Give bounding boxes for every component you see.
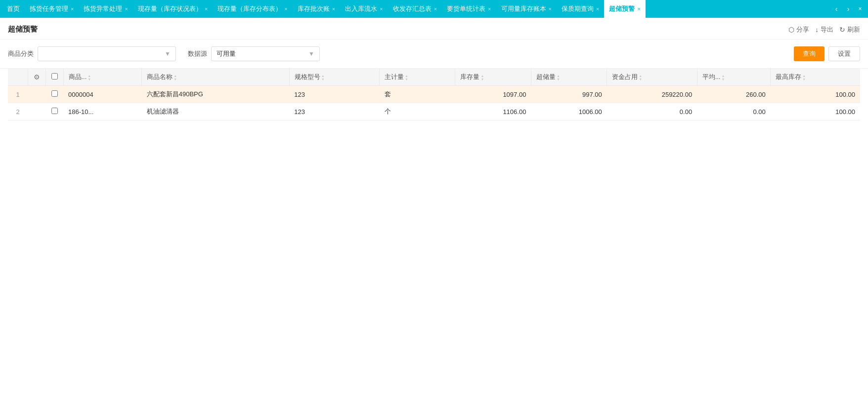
cell-max_stock: 100.00: [771, 86, 860, 103]
header-actions: ⬡ 分享 ↓ 导出 ↻ 刷新: [788, 25, 860, 34]
nav-item-8[interactable]: 要货单统计表×: [442, 0, 496, 18]
export-icon: ↓: [815, 26, 819, 34]
nav-item-3[interactable]: 现存量（库存状况表）×: [133, 0, 213, 18]
cell-checkbox[interactable]: [45, 103, 63, 120]
cell-avg: 0.00: [697, 103, 771, 120]
settings-button[interactable]: 设置: [828, 46, 860, 61]
row-checkbox[interactable]: [51, 90, 58, 97]
table-header: ⚙商品...▲▼商品名称▲▼规格型号▲▼主计量▲▼库存量▲▼超储量▲▼资金占用▲…: [8, 69, 860, 86]
col-rownum: [8, 69, 28, 86]
cell-product_name: 六配套新昌490BPG: [142, 86, 290, 103]
cell-overflow: 1006.00: [531, 103, 607, 120]
col-product_name[interactable]: 商品名称▲▼: [142, 69, 290, 86]
nav-close-icon-9[interactable]: ×: [549, 6, 552, 12]
cell-gear: [28, 86, 45, 103]
datasource-chevron-icon: ▼: [308, 50, 314, 57]
nav-close-icon-8[interactable]: ×: [488, 6, 491, 12]
table-body: 10000004六配套新昌490BPG123套1097.00997.002592…: [8, 86, 860, 120]
cell-product_name: 机油滤清器: [142, 103, 290, 120]
refresh-icon: ↻: [839, 26, 845, 34]
nav-close-icon-11[interactable]: ×: [637, 6, 640, 12]
col-capital[interactable]: 资金占用▲▼: [607, 69, 697, 86]
share-icon: ⬡: [788, 26, 794, 34]
top-navigation: 首页拣货任务管理×拣货异常处理×现存量（库存状况表）×现存量（库存分布表）×库存…: [0, 0, 868, 18]
page-header: 超储预警 ⬡ 分享 ↓ 导出 ↻ 刷新: [0, 18, 868, 40]
nav-item-11[interactable]: 超储预警×: [604, 0, 645, 18]
nav-more-arrow[interactable]: ×: [854, 0, 866, 18]
cell-stock: 1106.00: [455, 103, 531, 120]
datasource-label: 数据源: [188, 49, 207, 58]
table-row: 10000004六配套新昌490BPG123套1097.00997.002592…: [8, 86, 860, 103]
cell-product_code: 0000004: [63, 86, 142, 103]
table-container: ⚙商品...▲▼商品名称▲▼规格型号▲▼主计量▲▼库存量▲▼超储量▲▼资金占用▲…: [0, 69, 868, 120]
share-button[interactable]: ⬡ 分享: [788, 25, 809, 34]
nav-close-icon-3[interactable]: ×: [205, 6, 208, 12]
cell-spec: 123: [289, 86, 379, 103]
nav-item-9[interactable]: 可用量库存账本×: [496, 0, 557, 18]
cell-rownum: 1: [8, 86, 28, 103]
col-gear[interactable]: ⚙: [28, 69, 45, 86]
nav-next-arrow[interactable]: ›: [842, 0, 854, 18]
cell-spec: 123: [289, 103, 379, 120]
refresh-button[interactable]: ↻ 刷新: [839, 25, 860, 34]
nav-item-0[interactable]: 首页: [2, 0, 25, 18]
cell-checkbox[interactable]: [45, 86, 63, 103]
col-checkbox[interactable]: [45, 69, 63, 86]
nav-close-icon-6[interactable]: ×: [380, 6, 383, 12]
cell-product_code: 186-10...: [63, 103, 142, 120]
page-container: 超储预警 ⬡ 分享 ↓ 导出 ↻ 刷新 商品分类 ▼ 数据源: [0, 18, 868, 395]
nav-prev-arrow[interactable]: ‹: [830, 0, 842, 18]
nav-close-icon-4[interactable]: ×: [284, 6, 287, 12]
category-label: 商品分类: [8, 49, 34, 58]
nav-close-icon-7[interactable]: ×: [434, 6, 437, 12]
table-row: 2186-10...机油滤清器123个1106.001006.000.000.0…: [8, 103, 860, 120]
cell-gear: [28, 103, 45, 120]
cell-capital: 0.00: [607, 103, 697, 120]
page-title: 超储预警: [8, 25, 38, 34]
nav-item-6[interactable]: 出入库流水×: [340, 0, 388, 18]
nav-close-icon-1[interactable]: ×: [71, 6, 74, 12]
cell-stock: 1097.00: [455, 86, 531, 103]
col-spec[interactable]: 规格型号▲▼: [289, 69, 379, 86]
col-overflow[interactable]: 超储量▲▼: [531, 69, 607, 86]
col-unit[interactable]: 主计量▲▼: [380, 69, 455, 86]
col-max_stock[interactable]: 最高库存▲▼: [771, 69, 860, 86]
cell-max_stock: 100.00: [771, 103, 860, 120]
nav-item-10[interactable]: 保质期查询×: [557, 0, 604, 18]
cell-unit: 套: [380, 86, 455, 103]
cell-overflow: 997.00: [531, 86, 607, 103]
category-filter: 商品分类 ▼: [8, 46, 176, 61]
select-all-checkbox[interactable]: [51, 73, 58, 79]
nav-close-icon-5[interactable]: ×: [332, 6, 335, 12]
query-button[interactable]: 查询: [794, 46, 825, 61]
nav-item-2[interactable]: 拣货异常处理×: [79, 0, 132, 18]
nav-item-7[interactable]: 收发存汇总表×: [388, 0, 442, 18]
datasource-select[interactable]: 可用量 ▼: [211, 46, 320, 61]
filter-bar: 商品分类 ▼ 数据源 可用量 ▼ 查询 设置: [0, 40, 868, 69]
export-button[interactable]: ↓ 导出: [815, 25, 833, 34]
cell-avg: 260.00: [697, 86, 771, 103]
datasource-filter: 数据源 可用量 ▼: [188, 46, 320, 61]
column-settings-icon[interactable]: ⚙: [34, 73, 40, 81]
cell-capital: 259220.00: [607, 86, 697, 103]
row-checkbox[interactable]: [51, 108, 58, 114]
cell-rownum: 2: [8, 103, 28, 120]
category-select[interactable]: ▼: [38, 46, 176, 61]
nav-item-5[interactable]: 库存批次账×: [293, 0, 340, 18]
data-table: ⚙商品...▲▼商品名称▲▼规格型号▲▼主计量▲▼库存量▲▼超储量▲▼资金占用▲…: [8, 69, 860, 120]
cell-unit: 个: [380, 103, 455, 120]
nav-close-icon-2[interactable]: ×: [125, 6, 128, 12]
nav-close-icon-10[interactable]: ×: [596, 6, 599, 12]
filter-actions: 查询 设置: [794, 46, 860, 61]
nav-item-1[interactable]: 拣货任务管理×: [25, 0, 79, 18]
col-product_code[interactable]: 商品...▲▼: [63, 69, 142, 86]
datasource-value: 可用量: [217, 49, 236, 58]
category-chevron-icon: ▼: [165, 50, 171, 57]
nav-item-4[interactable]: 现存量（库存分布表）×: [213, 0, 292, 18]
col-avg[interactable]: 平均...▲▼: [697, 69, 771, 86]
col-stock[interactable]: 库存量▲▼: [455, 69, 531, 86]
